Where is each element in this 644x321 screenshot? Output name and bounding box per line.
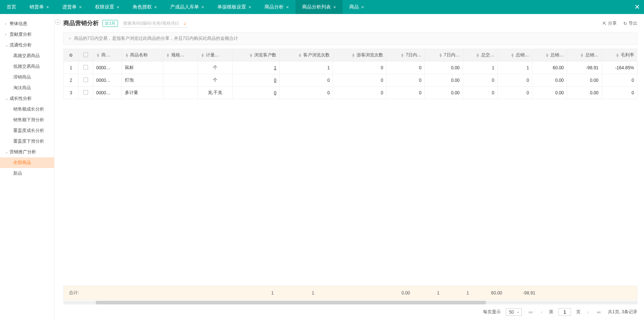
top-tab[interactable]: 权限设置✕ [88,0,126,14]
top-tab[interactable]: 商品分析✕ [258,0,295,14]
sidebar-group[interactable]: ⌄成长性分析 [0,93,54,104]
page-prev-button[interactable]: ‹ [539,310,544,315]
sidebar-group[interactable]: ›贡献度分析 [0,29,54,40]
column-header[interactable]: ▲▼客户浏览次数 [280,49,333,62]
search-input[interactable] [122,19,188,28]
cell-link[interactable]: 0 [274,78,277,83]
close-all-tabs-button[interactable]: ✕ [630,0,644,14]
table-cell: 0000… [93,74,122,87]
top-tab[interactable]: 首页 [0,0,23,14]
lightbulb-icon: ✧ [68,36,72,41]
sidebar-item[interactable]: 覆盖度下滑分析 [0,136,54,147]
sort-icon[interactable]: ▲▼ [511,53,514,58]
column-header-label: 商品名称 [130,52,148,58]
cell-link[interactable]: 0 [274,90,277,95]
table-row[interactable]: 10000…鼠标个11000.001160.00-98.91-164.85% [64,62,637,74]
sidebar-item[interactable]: 滞销商品 [0,72,54,83]
table-cell: 0 [497,74,532,87]
collapse-sidebar-button[interactable]: « [55,19,61,25]
column-header[interactable]: ▲▼毛利率 [602,49,637,62]
top-tab[interactable]: 产成品入库单✕ [164,0,211,14]
page-number-input[interactable] [559,308,571,316]
column-header[interactable]: ▲▼计量… [197,49,232,62]
row-checkbox[interactable] [83,77,88,82]
tab-close-icon[interactable]: ✕ [46,5,49,9]
scrollbar-thumb[interactable] [96,301,486,304]
top-tab[interactable]: 商品分析列表✕ [295,0,343,14]
column-header[interactable]: ▲▼7日内… [424,49,463,62]
sort-icon[interactable]: ▲▼ [166,53,170,58]
horizontal-scrollbar[interactable] [63,301,637,304]
sidebar-group-label: 流通性分析 [10,42,32,48]
table-cell: 0 [333,74,386,87]
column-header[interactable]: ▲▼总销… [567,49,602,62]
column-header[interactable]: ▲▼商品名称 [122,49,163,62]
column-header[interactable]: ▲▼总销… [497,49,532,62]
cell-link[interactable]: 1 [274,65,277,70]
column-header[interactable]: ▲▼游客浏览次数 [333,49,386,62]
sort-icon[interactable]: ▲▼ [616,53,619,58]
sort-icon[interactable]: ▲▼ [476,53,480,58]
tab-close-icon[interactable]: ✕ [286,5,289,9]
column-header[interactable]: ▲▼商… [93,49,122,62]
table-row[interactable]: 20000…灯泡个00000.00000.000.000 [64,74,637,87]
column-header[interactable]: ⚙ [64,49,78,62]
tab-close-icon[interactable]: ✕ [333,5,336,9]
page-last-button[interactable]: ⏭ [595,310,603,315]
column-header[interactable]: ▲▼7日内… [386,49,425,62]
sort-icon[interactable]: ▲▼ [439,53,442,58]
column-header[interactable]: ▲▼浏览客户数 [232,49,280,62]
per-page-select[interactable]: 50 [506,308,522,316]
sort-icon[interactable]: ▲▼ [545,53,549,58]
sidebar-group[interactable]: ⌄营销推广分析 [0,147,54,157]
search-icon[interactable]: ⌕ [183,20,186,26]
column-header[interactable] [78,49,93,62]
row-checkbox[interactable] [83,90,88,95]
tab-close-icon[interactable]: ✕ [116,5,119,9]
sort-icon[interactable]: ▲▼ [96,53,100,58]
sort-icon[interactable]: ▲▼ [249,53,253,58]
column-header[interactable]: ▲▼规格… [163,49,197,62]
tab-close-icon[interactable]: ✕ [154,5,157,9]
gear-icon[interactable]: ⚙ [69,53,73,58]
sort-icon[interactable]: ▲▼ [400,53,404,58]
share-button[interactable]: ⇱ 分享 [603,20,617,27]
sort-icon[interactable]: ▲▼ [298,53,302,58]
sidebar-item[interactable]: 销售额成长分析 [0,104,54,115]
sidebar-item[interactable]: 销售额下滑分析 [0,115,54,125]
sidebar-item[interactable]: 淘汰商品 [0,83,54,93]
sidebar-item-label: 全部商品 [13,160,31,166]
row-checkbox[interactable] [83,65,88,70]
top-tab[interactable]: 角色授权✕ [126,0,164,14]
top-tab[interactable]: 单据模板设置✕ [211,0,258,14]
table-cell: 60.00 [532,62,567,74]
tab-close-icon[interactable]: ✕ [201,5,204,9]
top-tab[interactable]: 商品✕ [343,0,371,14]
export-button[interactable]: ↻ 导出 [623,20,637,27]
sidebar-group[interactable]: ⌄流通性分析 [0,40,54,50]
period-filter-tag[interactable]: 近1月 [102,20,118,27]
select-all-checkbox[interactable] [83,52,88,57]
column-header[interactable]: ▲▼总销… [532,49,567,62]
page-header: 商品营销分析 近1月 ⌕ ⇱ 分享 ↻ 导出 [63,18,637,32]
sort-icon[interactable]: ▲▼ [351,53,355,58]
tab-close-icon[interactable]: ✕ [79,5,82,9]
page-next-button[interactable]: › [586,310,590,315]
table-cell [78,87,93,99]
tab-close-icon[interactable]: ✕ [248,5,251,9]
sidebar-group[interactable]: ›整体信息 [0,18,54,29]
sidebar-item[interactable]: 全部商品 [0,157,54,168]
sort-icon[interactable]: ▲▼ [580,53,584,58]
sidebar-item[interactable]: 新品 [0,168,54,179]
sidebar-item[interactable]: 低频交易商品 [0,61,54,72]
tab-close-icon[interactable]: ✕ [361,5,364,9]
top-tab[interactable]: 进货单✕ [56,0,88,14]
top-tab[interactable]: 销货单✕ [23,0,56,14]
table-row[interactable]: 30000…多计量克,千克00000.00000.000.000 [64,87,637,99]
column-header[interactable]: ▲▼总交… [463,49,497,62]
sort-icon[interactable]: ▲▼ [201,53,204,58]
sidebar-item[interactable]: 高频交易商品 [0,50,54,61]
sidebar-item[interactable]: 覆盖度成长分析 [0,125,54,136]
page-first-button[interactable]: ⏮ [527,310,534,315]
sort-icon[interactable]: ▲▼ [125,53,129,58]
